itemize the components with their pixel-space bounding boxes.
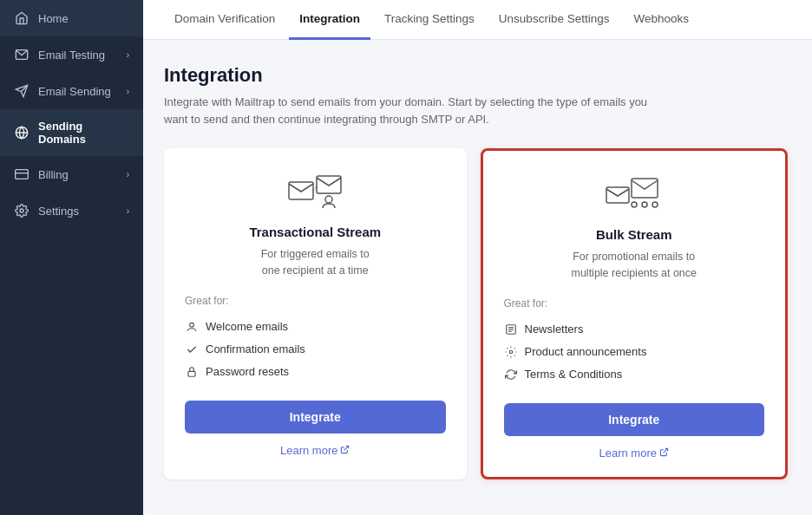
chevron-icon: › [127, 206, 129, 216]
svg-line-33 [664, 448, 668, 453]
chevron-icon: › [127, 170, 129, 179]
svg-point-12 [190, 323, 194, 327]
svg-rect-9 [317, 176, 341, 193]
transactional-great-for-label: Great for: [185, 295, 229, 307]
svg-point-24 [509, 350, 513, 354]
sidebar-item-home[interactable]: Home [0, 0, 143, 36]
email-sending-icon [14, 83, 29, 99]
feature-item-newsletters: Newsletters [504, 318, 765, 341]
tab-webhooks[interactable]: Webhooks [623, 0, 699, 40]
list-icon [504, 323, 518, 336]
svg-line-27 [507, 348, 508, 349]
check-icon [185, 342, 199, 356]
svg-point-18 [642, 202, 647, 207]
svg-rect-5 [16, 170, 29, 179]
bulk-learn-more-link[interactable]: Learn more [599, 447, 669, 460]
sidebar-item-settings[interactable]: Settings › [0, 192, 143, 229]
stream-cards-container: Transactional Stream For triggered email… [164, 148, 788, 479]
feature-text: Password resets [206, 365, 289, 378]
settings-icon [14, 203, 29, 218]
svg-rect-15 [606, 187, 629, 203]
feature-text: Product announcements [525, 345, 647, 358]
announcement-icon [504, 345, 518, 359]
sidebar-item-sending-domains[interactable]: Sending Domains [0, 109, 143, 156]
feature-text: Newsletters [525, 323, 584, 336]
transactional-stream-card: Transactional Stream For triggered email… [164, 148, 467, 479]
sidebar-item-label: Home [38, 12, 69, 25]
sidebar-item-label: Email Sending [38, 85, 111, 98]
tab-domain-verification[interactable]: Domain Verification [164, 0, 285, 40]
main-content: Domain Verification Integration Tracking… [143, 0, 812, 515]
transactional-card-subtitle: For triggered emails toone recipient at … [261, 246, 370, 279]
billing-icon [14, 166, 29, 182]
content-area: Integration Integrate with Mailtrap to s… [143, 40, 812, 515]
transactional-learn-more-link[interactable]: Learn more [280, 444, 350, 457]
feature-item-confirmation: Confirmation emails [185, 338, 446, 361]
bulk-card-title: Bulk Stream [596, 227, 672, 242]
globe-icon [14, 125, 29, 140]
svg-point-10 [325, 196, 332, 203]
bulk-icon [604, 172, 665, 215]
transactional-card-title: Transactional Stream [249, 225, 381, 239]
page-title: Integration [164, 64, 788, 87]
feature-item-welcome: Welcome emails [185, 316, 446, 338]
bulk-integrate-button[interactable]: Integrate [504, 403, 765, 436]
email-testing-icon [14, 47, 29, 62]
user-icon [185, 320, 199, 334]
external-link-icon [659, 447, 669, 459]
feature-item-password: Password resets [185, 361, 446, 383]
sidebar: Home Email Testing › Email Sending › Sen… [0, 0, 143, 515]
transactional-integrate-button[interactable]: Integrate [185, 401, 446, 434]
svg-point-19 [652, 202, 658, 207]
tab-tracking-settings[interactable]: Tracking Settings [374, 0, 485, 40]
feature-text: Welcome emails [206, 320, 288, 333]
tab-integration[interactable]: Integration [289, 0, 370, 40]
sidebar-item-label: Email Testing [38, 49, 105, 62]
svg-line-28 [514, 355, 514, 355]
feature-text: Confirmation emails [206, 342, 305, 355]
svg-rect-13 [188, 371, 195, 376]
sidebar-item-email-sending[interactable]: Email Sending › [0, 73, 143, 109]
transactional-icon [285, 169, 345, 212]
refresh-icon [504, 368, 518, 381]
svg-line-32 [514, 348, 514, 349]
transactional-feature-list: Welcome emails Confirmation emails Passw… [185, 316, 446, 383]
chevron-icon: › [127, 50, 129, 60]
sidebar-item-email-testing[interactable]: Email Testing › [0, 36, 143, 73]
bulk-card-subtitle: For promotional emails tomultiple recipi… [571, 249, 697, 282]
tab-bar: Domain Verification Integration Tracking… [143, 0, 812, 40]
bulk-feature-list: Newsletters Product announcements Terms … [504, 318, 765, 386]
sidebar-item-label: Sending Domains [38, 120, 129, 146]
svg-rect-16 [632, 179, 658, 198]
svg-line-31 [507, 355, 508, 355]
sidebar-item-billing[interactable]: Billing › [0, 156, 143, 192]
lock-icon [185, 365, 199, 379]
sidebar-item-label: Settings [38, 205, 79, 218]
svg-point-7 [20, 209, 23, 212]
svg-rect-8 [289, 182, 313, 199]
feature-text: Terms & Conditions [525, 368, 623, 381]
sidebar-item-label: Billing [38, 168, 69, 181]
home-icon [14, 10, 29, 26]
external-link-icon [340, 445, 350, 456]
bulk-stream-card: Bulk Stream For promotional emails tomul… [481, 148, 789, 479]
chevron-icon: › [127, 87, 129, 96]
svg-line-14 [344, 446, 349, 450]
svg-point-17 [632, 202, 637, 207]
page-description: Integrate with Mailtrap to send emails f… [164, 94, 667, 127]
tab-unsubscribe-settings[interactable]: Unsubscribe Settings [488, 0, 620, 40]
bulk-great-for-label: Great for: [504, 297, 548, 310]
feature-item-announcements: Product announcements [504, 341, 765, 363]
feature-item-terms: Terms & Conditions [504, 363, 765, 386]
